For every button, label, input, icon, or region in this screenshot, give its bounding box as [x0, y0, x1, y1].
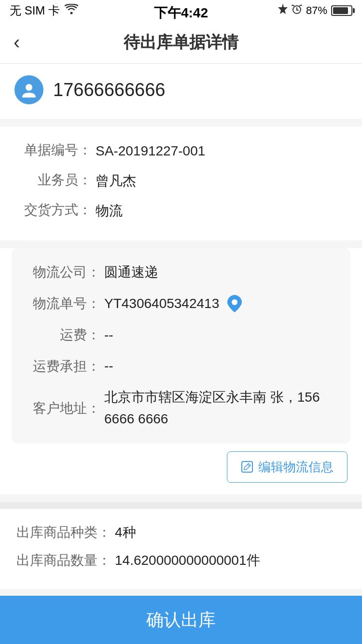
logistics-company-value: 圆通速递 — [104, 262, 339, 283]
phone-header: 17666666666 — [0, 64, 362, 116]
delivery-method-row: 交货方式： 物流 — [14, 201, 348, 221]
svg-rect-8 — [242, 462, 252, 472]
address-value: 北京市市辖区海淀区永丰南 张，156 6666 6666 — [104, 387, 339, 430]
freight-row: 运费： -- — [23, 324, 339, 346]
goods-types-row: 出库商品种类： 4种 — [14, 523, 348, 542]
goods-types-label: 出库商品种类： — [14, 523, 111, 542]
battery-icon — [331, 5, 352, 16]
location-status-icon — [278, 3, 288, 18]
freight-label: 运费： — [23, 326, 100, 344]
tracking-row: 物流单号： YT43064053424​13 — [23, 293, 339, 315]
document-number-label: 单据编号： — [14, 141, 92, 159]
delivery-method-label: 交货方式： — [14, 201, 92, 219]
status-bar: 无 SIM 卡 下午4:42 — [0, 0, 362, 21]
wifi-icon — [65, 4, 78, 17]
status-time: 下午4:42 — [154, 4, 208, 22]
freight-bearer-value: -- — [104, 355, 339, 377]
document-number-row: 单据编号： SA-20191227-001 — [14, 141, 348, 161]
agent-row: 业务员： 曾凡杰 — [14, 171, 348, 191]
logistics-company-label: 物流公司： — [23, 263, 100, 281]
edit-logistics-row: 编辑物流信息 — [0, 451, 362, 494]
map-pin-icon[interactable] — [226, 295, 243, 312]
goods-quantity-value: 14.620000000000001件 — [115, 551, 260, 570]
logistics-card: 物流公司： 圆通速递 物流单号： YT43064053424​13 运费： — [12, 248, 350, 444]
nav-bar: ‹ 待出库单据详情 — [0, 21, 362, 64]
phone-number: 17666666666 — [53, 80, 165, 100]
svg-point-4 — [26, 84, 32, 91]
address-label: 客户地址： — [23, 399, 100, 418]
tracking-number: YT43064053424​13 — [104, 293, 219, 315]
logistics-section: 物流公司： 圆通速递 物流单号： YT43064053424​13 运费： — [0, 248, 362, 494]
edit-logistics-button[interactable]: 编辑物流信息 — [227, 451, 348, 483]
freight-bearer-row: 运费承担： -- — [23, 355, 339, 377]
agent-value: 曾凡杰 — [96, 171, 348, 191]
carrier-text: 无 SIM 卡 — [10, 3, 60, 18]
status-right: 87% — [278, 3, 352, 18]
goods-types-value: 4种 — [115, 523, 136, 542]
svg-point-0 — [70, 12, 73, 14]
svg-point-7 — [232, 299, 237, 305]
goods-quantity-label: 出库商品数量： — [14, 551, 111, 570]
confirm-label: 确认出库 — [146, 608, 216, 632]
document-number-value: SA-20191227-001 — [96, 141, 348, 161]
page-title: 待出库单据详情 — [124, 31, 238, 54]
confirm-button[interactable]: 确认出库 — [0, 596, 362, 644]
battery-percent: 87% — [306, 4, 327, 17]
tracking-label: 物流单号： — [23, 294, 100, 313]
logistics-company-row: 物流公司： 圆通速递 — [23, 262, 339, 283]
delivery-method-value: 物流 — [96, 201, 348, 221]
dashed-divider — [0, 116, 362, 119]
address-row: 客户地址： 北京市市辖区海淀区永丰南 张，156 6666 6666 — [23, 387, 339, 430]
edit-logistics-label: 编辑物流信息 — [258, 459, 334, 476]
avatar — [14, 75, 43, 104]
goods-quantity-row: 出库商品数量： 14.620000000000001件 — [14, 551, 348, 570]
alarm-icon — [292, 4, 302, 17]
freight-bearer-label: 运费承担： — [23, 357, 100, 376]
basic-info-section: 单据编号： SA-20191227-001 业务员： 曾凡杰 交货方式： 物流 — [0, 126, 362, 240]
back-button[interactable]: ‹ — [14, 31, 20, 53]
agent-label: 业务员： — [14, 171, 92, 189]
status-carrier: 无 SIM 卡 — [10, 3, 78, 18]
freight-value: -- — [104, 324, 339, 346]
goods-section: 出库商品种类： 4种 出库商品数量： 14.620000000000001件 — [0, 509, 362, 589]
section-divider — [0, 502, 362, 509]
